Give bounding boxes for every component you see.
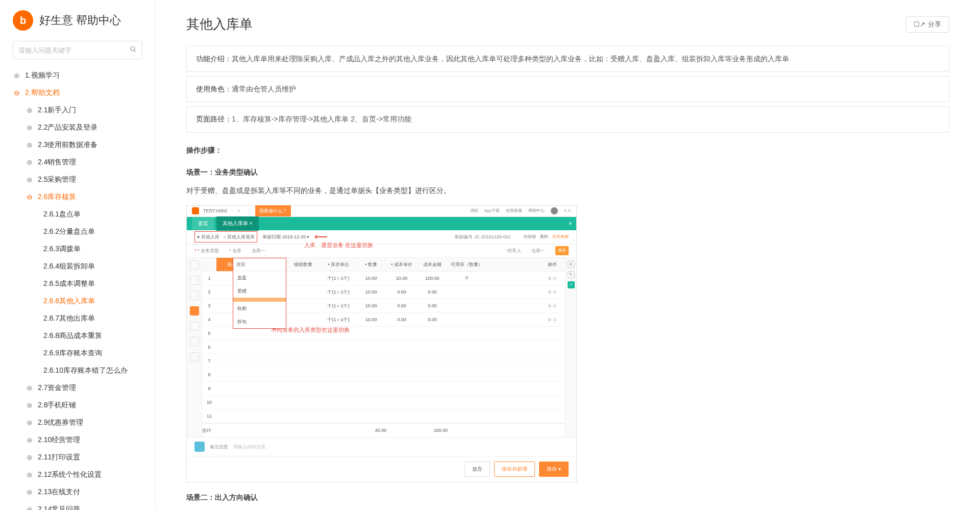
nav-icon — [190, 337, 199, 346]
nav-icon — [190, 306, 199, 315]
nav-2-6-10[interactable]: 2.6.10库存账本错了怎么办 — [5, 362, 150, 379]
plus-icon: ⊕ — [26, 401, 34, 409]
nav-2-6-1[interactable]: 2.6.1盘点单 — [5, 206, 150, 223]
nav-2-13[interactable]: ⊕2.13在线支付 — [5, 483, 150, 501]
nav-2-6-9[interactable]: 2.6.9库存账本查询 — [5, 345, 150, 362]
scene2-title: 场景二：出入方向确认 — [186, 490, 949, 504]
svg-line-1 — [134, 50, 136, 52]
nav-2-6-2[interactable]: 2.6.2分量盘点单 — [5, 223, 150, 240]
nav-2-6-8[interactable]: 2.6.8商品成本重算 — [5, 327, 150, 345]
plus-icon: ⊕ — [26, 471, 34, 479]
plus-icon: ⊕ — [26, 176, 34, 184]
brand-title: 好生意 帮助中心 — [39, 13, 121, 28]
search-box[interactable] — [13, 41, 142, 59]
role-box: 使用角色：通常由仓管人员维护 — [186, 76, 949, 102]
minus-icon: ⊖ — [13, 89, 21, 97]
nav-2-6[interactable]: ⊖2.6库存核算 — [5, 188, 150, 206]
nav-2-7[interactable]: ⊕2.7资金管理 — [5, 379, 150, 397]
nav-2-2[interactable]: ⊕2.2产品安装及登录 — [5, 119, 150, 136]
nav-2-8[interactable]: ⊕2.8手机旺铺 — [5, 397, 150, 414]
nav-2-9[interactable]: ⊕2.9优惠券管理 — [5, 414, 150, 431]
plus-icon: ⊕ — [26, 158, 34, 166]
ss-biztype-dropdown: 搜索 盘盈 受赠 收购 拆包 — [233, 258, 286, 329]
tool-icon: ⤢ — [568, 281, 575, 288]
ss-top-right: 消息 App下载 在线客服 帮助中心 C C — [470, 207, 571, 215]
minus-icon: ⊖ — [26, 193, 34, 201]
nav-2-3[interactable]: ⊕2.3使用前数据准备 — [5, 136, 150, 154]
close-icon: × — [569, 217, 572, 230]
nav-icon — [190, 260, 199, 270]
nav-2-6-7[interactable]: 2.6.7其他出库单 — [5, 310, 150, 327]
ss-type-redbox: ● 其他入库 ○ 其他入库退库 — [194, 231, 257, 242]
page-title: 其他入库单 — [186, 15, 253, 33]
ss-table-area: 搜索 盘盈 受赠 收购 拆包 不同业务的入库类型在这里切换 商品 商品编号辅助数… — [187, 258, 576, 437]
nav-2-6-5[interactable]: 2.6.5成本调整单 — [5, 275, 150, 293]
ss-table: 搜索 盘盈 受赠 收购 拆包 不同业务的入库类型在这里切换 商品 商品编号辅助数… — [202, 258, 565, 437]
plus-icon: ⊕ — [26, 436, 34, 444]
nav-2-1[interactable]: ⊕2.1新手入门 — [5, 102, 150, 119]
role-text: 通常由仓管人员维护 — [232, 85, 296, 93]
nav-2-11[interactable]: ⊕2.11打印设置 — [5, 449, 150, 466]
ss-tab-home: 首页 — [192, 216, 214, 231]
nav-2-14[interactable]: ⊕2.14常见问题 — [5, 501, 150, 510]
ss-save-badge: 保存 — [555, 246, 569, 255]
ss-top-button: 我要做什么？ — [255, 205, 291, 216]
plus-icon: ⊕ — [26, 453, 34, 462]
nav-icon — [190, 276, 199, 285]
intro-box: 功能介绍：其他入库单用来处理除采购入库、产成品入库之外的其他入库业务，因此其他入… — [186, 46, 949, 72]
plus-icon: ⊕ — [26, 384, 34, 392]
plus-icon: ⊕ — [26, 488, 34, 496]
nav-2-6-6[interactable]: 2.6.6其他入库单 — [5, 293, 150, 310]
page-header: 其他入库单 ☐↗ 分享 — [186, 15, 949, 33]
plus-icon: ⊕ — [26, 141, 34, 149]
svg-point-0 — [131, 46, 135, 51]
ss-topbar: TEST-H002 ▾ 我要做什么？ 消息 App下载 在线客服 帮助中心 C … — [187, 206, 576, 217]
ss-date: 单据日期 2019-12-26 ▾ — [262, 232, 309, 241]
plus-icon: ⊕ — [26, 124, 34, 132]
sidebar: b 好生意 帮助中心 ⊕1.视频学习 ⊖2.帮助文档 ⊕2.1新手入门 ⊕2.2… — [0, 0, 156, 510]
ss-left-nav — [187, 258, 202, 437]
embedded-screenshot: TEST-H002 ▾ 我要做什么？ 消息 App下载 在线客服 帮助中心 C … — [186, 205, 577, 482]
nav-icon — [190, 352, 199, 361]
tool-icon: ⊕ — [568, 261, 575, 268]
ss-filter-row1: ● 其他入库 ○ 其他入库退库 单据日期 2019-12-26 ▾ ⟵ 入库、退… — [187, 230, 576, 245]
ss-filter-row2: * * 业务类型 * 仓库仓库一 经手人仓库一 保存 — [187, 245, 576, 258]
nav-2-6-3[interactable]: 2.6.3调拨单 — [5, 240, 150, 258]
plus-icon: ⊕ — [26, 419, 34, 427]
share-button[interactable]: ☐↗ 分享 — [905, 16, 949, 33]
ss-sum-row: 合计 40.00100.00 — [202, 423, 565, 437]
ss-account: TEST-H002 — [203, 206, 227, 215]
share-icon: ☐↗ — [914, 20, 925, 28]
ss-cancel-btn: 放弃 — [464, 462, 490, 477]
search-icon[interactable] — [130, 46, 137, 55]
scene2-text1: 无论是受赠，还是其他类型的业务，由于入库商品质量等原因，需要退回，这时可通过单据… — [186, 508, 949, 510]
plus-icon: ⊕ — [13, 71, 21, 80]
nav-video[interactable]: ⊕1.视频学习 — [5, 67, 150, 84]
path-box: 页面路径：1、库存核算->库存管理->其他入库单 2、首页->常用功能 — [186, 106, 949, 132]
logo-icon: b — [13, 10, 33, 31]
intro-label: 功能介绍： — [196, 55, 232, 63]
nav-2-12[interactable]: ⊕2.12系统个性化设置 — [5, 466, 150, 483]
remark-icon — [194, 442, 205, 452]
ss-tabbar: 首页 其他入库单 × × — [187, 217, 576, 230]
intro-text: 其他入库单用来处理除采购入库、产成品入库之外的其他入库业务，因此其他入库单可处理… — [232, 55, 789, 63]
nav-tree: ⊕1.视频学习 ⊖2.帮助文档 ⊕2.1新手入门 ⊕2.2产品安装及登录 ⊕2.… — [0, 67, 155, 510]
ss-remark: 备注信息 请输入内容信息 — [187, 437, 576, 456]
nav-icon — [190, 322, 199, 331]
nav-2-10[interactable]: ⊕2.10经营管理 — [5, 431, 150, 449]
nav-icon — [190, 291, 199, 300]
main-content: 其他入库单 ☐↗ 分享 功能介绍：其他入库单用来处理除采购入库、产成品入库之外的… — [156, 0, 980, 510]
search-input[interactable] — [13, 41, 142, 59]
tool-icon: ✎ — [568, 271, 575, 278]
plus-icon: ⊕ — [26, 505, 34, 510]
steps-label: 操作步骤： — [186, 143, 949, 157]
path-label: 页面路径： — [196, 115, 232, 123]
ss-save-new-btn: 保存并新增 — [494, 462, 535, 477]
brand-area: b 好生意 帮助中心 — [0, 10, 155, 41]
nav-2-4[interactable]: ⊕2.4销售管理 — [5, 154, 150, 171]
nav-docs[interactable]: ⊖2.帮助文档 — [5, 84, 150, 102]
path-text: 1、库存核算->库存管理->其他入库单 2、首页->常用功能 — [232, 115, 411, 123]
nav-2-5[interactable]: ⊕2.5采购管理 — [5, 171, 150, 188]
ss-right-tools: ⊕ ✎ ⤢ — [565, 258, 576, 437]
nav-2-6-4[interactable]: 2.6.4组装拆卸单 — [5, 258, 150, 275]
